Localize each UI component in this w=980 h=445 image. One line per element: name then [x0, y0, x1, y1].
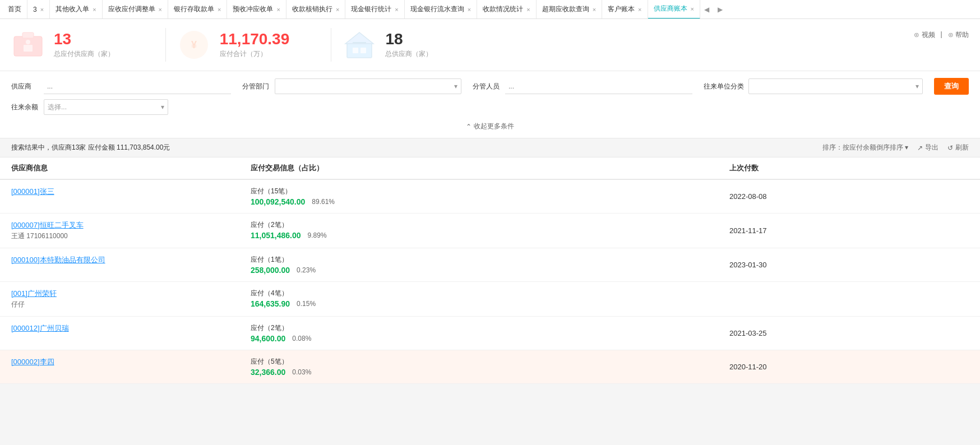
supplier-link-1[interactable]: [000007]恒旺二手叉车 [11, 221, 84, 229]
help-link[interactable]: ⊙ 帮助 [948, 30, 969, 40]
close-icon[interactable]: × [276, 6, 280, 13]
cell-supplier-2: [000100]本特勤油品有限公司 [11, 255, 251, 275]
tx-label-4: 应付（2笔） [251, 323, 729, 333]
svg-point-3 [26, 40, 30, 44]
balance-select-placeholder: 选择... [48, 103, 67, 112]
search-button[interactable]: 查询 [934, 78, 969, 95]
supplier-link-0[interactable]: [000001]张三 [11, 187, 54, 196]
nav-tab-overdue[interactable]: 超期应收款查询 × [537, 0, 602, 19]
stat-divider-1 [165, 28, 166, 62]
supplier-link-2[interactable]: [000100]本特勤油品有限公司 [11, 256, 105, 264]
close-icon[interactable]: × [159, 6, 162, 13]
nav-tab-receipt-stats-label: 收款情况统计 [483, 4, 523, 14]
table-row: [000007]恒旺二手叉车 王通 17106110000 应付（2笔） 11,… [0, 214, 980, 248]
nav-tab-other-income[interactable]: 其他收入单 × [50, 0, 102, 19]
collapse-button[interactable]: ⌃ 收起更多条件 [11, 119, 969, 133]
balance-select[interactable]: 选择... ▾ [44, 99, 168, 115]
filter-balance: 往来余额 选择... ▾ [11, 99, 168, 115]
svg-rect-9 [360, 48, 366, 53]
tx-label-2: 应付（1笔） [251, 255, 729, 265]
tx-amount-1[interactable]: 11,051,486.00 [251, 231, 301, 240]
tx-percent-3: 0.15% [297, 300, 316, 308]
close-icon[interactable]: × [638, 6, 641, 13]
video-link[interactable]: ⊙ 视频 [914, 30, 935, 40]
stat-payable-suppliers-num: 13 [54, 31, 114, 47]
top-links: ⊙ 视频 | ⊙ 帮助 [914, 30, 969, 40]
stat-payable-total: ¥ 11,170.39 应付合计（万） [177, 28, 320, 62]
close-icon[interactable]: × [40, 6, 44, 13]
tx-percent-2: 0.23% [297, 266, 316, 274]
close-icon[interactable]: × [93, 6, 96, 13]
refresh-label: 刷新 [955, 143, 969, 152]
filter-dept: 分管部门 ▾ [242, 78, 462, 94]
nav-tab-cash-stats[interactable]: 现金银行统计 × [345, 0, 404, 19]
close-icon[interactable]: × [395, 6, 398, 13]
results-summary: 搜索结果中，供应商13家 应付金额 111,703,854.00元 [11, 143, 170, 152]
nav-tab-receipt-stats[interactable]: 收款情况统计 × [477, 0, 536, 19]
supplier-sub-info-1: 王通 17106110000 [11, 231, 251, 241]
close-icon[interactable]: × [468, 6, 471, 13]
cell-transaction-3: 应付（4笔） 164,635.90 0.15% [251, 289, 729, 309]
supplier-link-4[interactable]: [000012]广州贝瑞 [11, 324, 69, 332]
stat-divider-2 [331, 28, 331, 62]
close-icon[interactable]: × [336, 6, 339, 13]
stat-payable-suppliers-info: 13 总应付供应商（家） [54, 31, 114, 59]
person-input[interactable] [505, 78, 692, 94]
category-select[interactable]: ▾ [748, 78, 923, 94]
sort-text: 排序：按应付余额倒序排序 [822, 143, 903, 151]
close-icon[interactable]: × [691, 6, 694, 12]
nav-tab-adjustment[interactable]: 应收应付调整单 × [103, 0, 168, 19]
data-table: 供应商信息 应付交易信息（占比） 上次付数 [000001]张三 应付（15笔）… [0, 157, 980, 384]
dept-select[interactable]: ▾ [275, 78, 462, 94]
nav-tab-bank[interactable]: 银行存取款单 × [168, 0, 227, 19]
nav-tab-3[interactable]: 3 × [27, 0, 50, 19]
collapse-label: 收起更多条件 [474, 122, 514, 131]
svg-text:¥: ¥ [191, 39, 197, 50]
stats-banner: 13 总应付供应商（家） ¥ 11,170.39 应付合计（万） [0, 19, 980, 71]
filter-category: 往来单位分类 ▾ [704, 78, 923, 94]
svg-rect-6 [347, 42, 372, 58]
nav-tab-customer[interactable]: 客户账本 × [602, 0, 648, 19]
tx-amount-2[interactable]: 258,000.00 [251, 266, 290, 275]
nav-tab-home[interactable]: 首页 [2, 0, 27, 19]
nav-tab-cash-stats-label: 现金银行统计 [351, 4, 391, 14]
chevron-down-icon-2: ▾ [916, 82, 919, 90]
tx-percent-4: 0.08% [292, 335, 311, 342]
chevron-down-icon-4[interactable]: ▾ [905, 143, 908, 151]
supplier-filter-label: 供应商 [11, 82, 39, 91]
tx-label-5: 应付（5笔） [251, 357, 729, 367]
close-icon[interactable]: × [526, 6, 530, 13]
nav-tab-cash-flow[interactable]: 现金银行流水查询 × [405, 0, 477, 19]
nav-left-arrow[interactable]: ◀ [700, 0, 714, 19]
nav-tab-prepay[interactable]: 预收冲应收单 × [227, 0, 286, 19]
nav-tab-adjustment-label: 应收应付调整单 [108, 4, 155, 14]
header-supplier: 供应商信息 [11, 163, 251, 173]
tx-percent-1: 9.89% [308, 231, 327, 239]
balance-filter-label: 往来余额 [11, 103, 39, 112]
tx-amount-5[interactable]: 32,366.00 [251, 368, 285, 377]
table-row: [000002]李四 应付（5笔） 32,366.00 0.03% 2020-1… [0, 350, 980, 384]
tx-amount-4[interactable]: 94,600.00 [251, 334, 285, 343]
cell-transaction-1: 应付（2笔） 11,051,486.00 9.89% [251, 220, 729, 241]
nav-right-arrow[interactable]: ▶ [714, 0, 727, 19]
stat-payable-total-info: 11,170.39 应付合计（万） [220, 31, 290, 59]
link-separator: | [941, 30, 942, 40]
supplier-input[interactable] [44, 78, 231, 94]
close-icon[interactable]: × [593, 6, 596, 13]
close-icon[interactable]: × [218, 6, 221, 13]
supplier-link-3[interactable]: [001]广州荣轩 [11, 289, 57, 298]
nav-tab-supplier-label: 供应商账本 [654, 4, 687, 13]
export-button[interactable]: ↗ 导出 [917, 143, 939, 152]
nav-tab-supplier[interactable]: 供应商账本 × [648, 0, 700, 19]
tx-amount-3[interactable]: 164,635.90 [251, 299, 290, 308]
cell-date-4: 2021-03-25 [729, 323, 969, 343]
stat-total-suppliers-info: 18 总供应商（家） [385, 31, 432, 59]
nav-tab-collection-label: 收款核销执行 [292, 4, 332, 14]
nav-tab-other-income-label: 其他收入单 [56, 4, 89, 14]
filter-person: 分管人员 [473, 78, 692, 94]
nav-tab-bank-label: 银行存取款单 [174, 4, 214, 14]
tx-amount-0[interactable]: 100,092,540.00 [251, 197, 305, 206]
supplier-link-5[interactable]: [000002]李四 [11, 358, 54, 366]
nav-tab-collection[interactable]: 收款核销执行 × [286, 0, 345, 19]
refresh-button[interactable]: ↺ 刷新 [947, 143, 969, 152]
